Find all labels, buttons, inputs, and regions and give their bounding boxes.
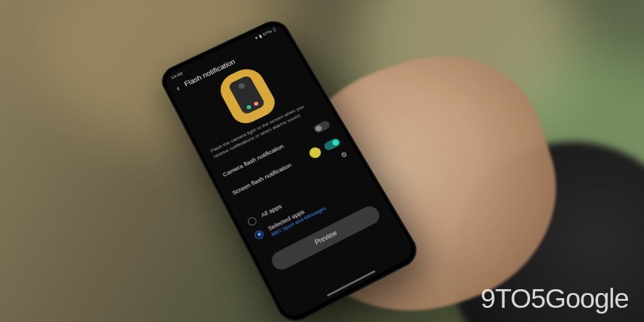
- wifi-icon: ▾: [254, 35, 259, 41]
- back-icon[interactable]: ‹: [175, 84, 182, 92]
- screen-flash-toggle[interactable]: [323, 137, 341, 151]
- screen-flash-color-chip[interactable]: [307, 146, 323, 160]
- signal-icon: ▮: [258, 33, 263, 39]
- watermark-logo: 9TO5Google: [480, 283, 629, 314]
- gear-icon[interactable]: ⚙: [339, 150, 349, 160]
- radio-icon[interactable]: [253, 229, 265, 240]
- camera-flash-toggle[interactable]: [312, 119, 331, 133]
- battery-icon: ▯: [272, 27, 276, 32]
- radio-icon[interactable]: [246, 216, 258, 227]
